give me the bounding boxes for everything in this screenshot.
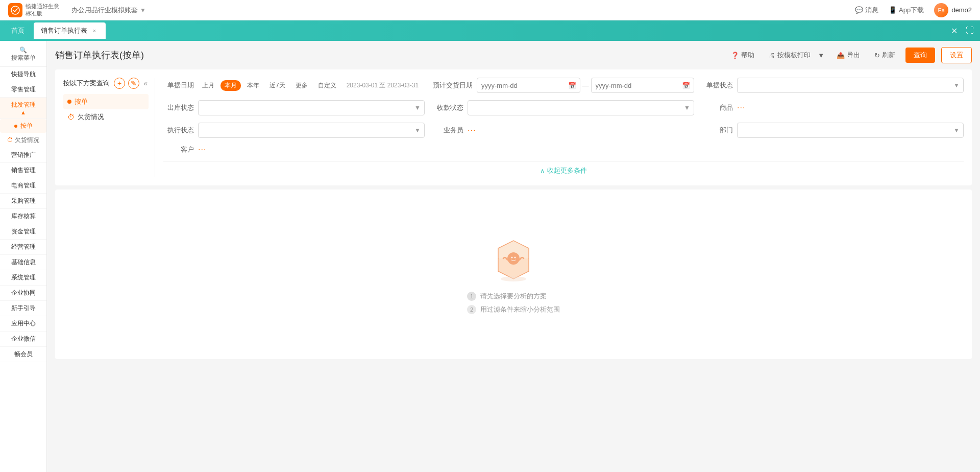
- export-button[interactable]: 📤 导出: [832, 49, 864, 62]
- tab-sales-order[interactable]: 销售订单执行表 ×: [34, 22, 106, 39]
- username: demo2: [951, 6, 972, 14]
- main-container: 🔍 搜索菜单 快捷导航 零售管理 批发管理 ▲ 按单 ⏱ 欠货情况 营销推: [0, 41, 980, 472]
- export-icon: 📤: [837, 52, 845, 59]
- sidebar-item-retail[interactable]: 零售管理: [0, 82, 46, 98]
- delivery-date-start-input[interactable]: [477, 78, 580, 93]
- collapse-more-button[interactable]: ∧ 收起更多条件: [540, 166, 587, 175]
- customer-dots-button[interactable]: ···: [198, 145, 206, 154]
- sidebar-item-label: 批发管理: [2, 101, 44, 109]
- date-current-year-btn[interactable]: 本年: [243, 80, 263, 91]
- sidebar-search-area[interactable]: 🔍 搜索菜单: [0, 41, 46, 67]
- svg-point-4: [501, 276, 526, 281]
- sidebar-item-label: 快捷导航: [2, 70, 44, 79]
- salesperson-dots-button[interactable]: ···: [468, 126, 476, 135]
- header-right: 💬 消息 📱 App下载 Ea demo2: [855, 3, 972, 17]
- execution-status-select[interactable]: [198, 123, 425, 138]
- print-dropdown-button[interactable]: ▼: [816, 50, 826, 61]
- date-last-month-btn[interactable]: 上月: [198, 80, 218, 91]
- delivery-date-start-wrapper: 📅: [477, 78, 580, 93]
- delivery-status-select[interactable]: [198, 100, 425, 115]
- breadcrumb-dropdown-icon: ▼: [140, 7, 146, 14]
- add-scheme-button[interactable]: +: [114, 78, 125, 89]
- sidebar-item-finance[interactable]: 资金管理: [0, 224, 46, 240]
- sidebar-item-system[interactable]: 系统管理: [0, 270, 46, 286]
- department-select-wrapper: ▼: [737, 123, 964, 138]
- refresh-button[interactable]: ↻ 刷新: [870, 49, 899, 62]
- query-button[interactable]: 查询: [905, 48, 935, 63]
- tab-close-all-button[interactable]: ✕: [949, 24, 960, 38]
- sub-item-press-order[interactable]: 按单: [0, 119, 46, 133]
- sidebar-item-marketing[interactable]: 营销推广: [0, 148, 46, 163]
- collapse-row: ∧ 收起更多条件: [163, 161, 964, 177]
- department-field: 部门 ▼: [702, 123, 964, 138]
- sales-order-tab-label: 销售订单执行表: [41, 26, 87, 35]
- salesperson-field: 业务员 ···: [433, 126, 694, 135]
- hint-num-1: 1: [467, 292, 476, 301]
- scheme-clock-icon: ⏱: [67, 113, 75, 121]
- tab-close-button[interactable]: ×: [90, 27, 99, 35]
- hint-num-2: 2: [467, 305, 476, 314]
- message-button[interactable]: 💬 消息: [855, 6, 878, 15]
- settings-button[interactable]: 设置: [941, 47, 972, 63]
- filter-left-actions: + ✎ «: [114, 78, 149, 89]
- user-menu[interactable]: Ea demo2: [934, 3, 972, 17]
- sidebar-item-inventory[interactable]: 库存核算: [0, 209, 46, 224]
- sidebar-item-member[interactable]: 畅会员: [0, 347, 46, 362]
- tab-fullscreen-button[interactable]: ⛶: [964, 24, 976, 38]
- date-more-btn[interactable]: 更多: [291, 80, 312, 91]
- sidebar-item-newbie[interactable]: 新手引导: [0, 301, 46, 316]
- expected-delivery-range: 📅 — 📅: [477, 78, 694, 93]
- scheme-item-press-order[interactable]: 按单: [63, 94, 149, 109]
- payment-status-select[interactable]: [468, 100, 694, 115]
- filter-row-2: 出库状态 ▼ 收款状态: [163, 100, 964, 115]
- goods-field: 商品 ···: [702, 103, 964, 112]
- edit-scheme-button[interactable]: ✎: [128, 78, 139, 89]
- app-download-button[interactable]: 📱 App下载: [889, 6, 924, 15]
- sidebar-item-purchase[interactable]: 采购管理: [0, 194, 46, 209]
- empty-state: 1 请先选择要分析的方案 2 用过滤条件来缩小分析范围: [55, 190, 972, 359]
- sidebar-item-sales[interactable]: 销售管理: [0, 163, 46, 178]
- wholesale-sub-menu: 按单 ⏱ 欠货情况: [0, 119, 46, 148]
- date-current-month-btn[interactable]: 本月: [220, 80, 241, 91]
- bill-date-field: 单据日期 上月 本月 本年 近7天 更多 自定义 2023-03-01 至 20…: [163, 80, 425, 91]
- date-custom-btn[interactable]: 自定义: [314, 80, 340, 91]
- breadcrumb[interactable]: 办公用品行业模拟账套 ▼: [71, 6, 146, 15]
- filter-layout: 按以下方案查询 + ✎ « 按单: [63, 78, 964, 177]
- scheme-item-arrears[interactable]: ⏱ 欠货情况: [63, 109, 149, 125]
- execution-status-field: 执行状态 ▼: [163, 123, 425, 138]
- bill-status-select[interactable]: [737, 78, 964, 93]
- help-button[interactable]: ❓ 帮助: [727, 49, 758, 62]
- sidebar-item-shortcut[interactable]: 快捷导航: [0, 67, 46, 82]
- filter-row-4: 客户 ···: [163, 145, 964, 154]
- sidebar-item-app-center[interactable]: 应用中心: [0, 316, 46, 332]
- sub-item-arrears[interactable]: ⏱ 欠货情况: [0, 133, 46, 148]
- sidebar-item-enterprise[interactable]: 企业协同: [0, 286, 46, 301]
- collapse-panel-button[interactable]: «: [142, 78, 149, 88]
- expected-delivery-field: 预计交货日期 📅 — 📅: [433, 78, 694, 93]
- sidebar-item-wholesale[interactable]: 批发管理 ▲: [0, 98, 46, 119]
- sidebar-item-label: 零售管理: [2, 85, 44, 94]
- print-button-group[interactable]: 🖨 按模板打印 ▼: [765, 49, 826, 62]
- date-last-7days-btn[interactable]: 近7天: [265, 80, 289, 91]
- sidebar-item-corp-wechat[interactable]: 企业微信: [0, 332, 46, 347]
- goods-label: 商品: [702, 103, 733, 112]
- sidebar-search-button[interactable]: 🔍 搜索菜单: [4, 46, 42, 62]
- department-label: 部门: [702, 126, 733, 135]
- delivery-date-end-wrapper: 📅: [591, 78, 695, 93]
- sidebar-item-basic[interactable]: 基础信息: [0, 255, 46, 270]
- department-select[interactable]: [737, 123, 964, 138]
- execution-status-select-wrapper: ▼: [198, 123, 425, 138]
- delivery-status-select-wrapper: ▼: [198, 100, 425, 115]
- delivery-date-end-input[interactable]: [591, 78, 695, 93]
- sidebar-item-ecommerce[interactable]: 电商管理: [0, 178, 46, 194]
- bill-date-label: 单据日期: [163, 81, 194, 90]
- avatar: Ea: [934, 3, 948, 17]
- print-button[interactable]: 🖨 按模板打印: [765, 49, 815, 62]
- filter-left-panel: 按以下方案查询 + ✎ « 按单: [63, 78, 155, 177]
- tab-home[interactable]: 首页: [4, 22, 32, 39]
- empty-illustration: [483, 230, 544, 281]
- app-logo-icon: [8, 3, 22, 17]
- goods-dots-button[interactable]: ···: [737, 103, 745, 112]
- delivery-status-field: 出库状态 ▼: [163, 100, 425, 115]
- sidebar-item-operations[interactable]: 经营管理: [0, 240, 46, 255]
